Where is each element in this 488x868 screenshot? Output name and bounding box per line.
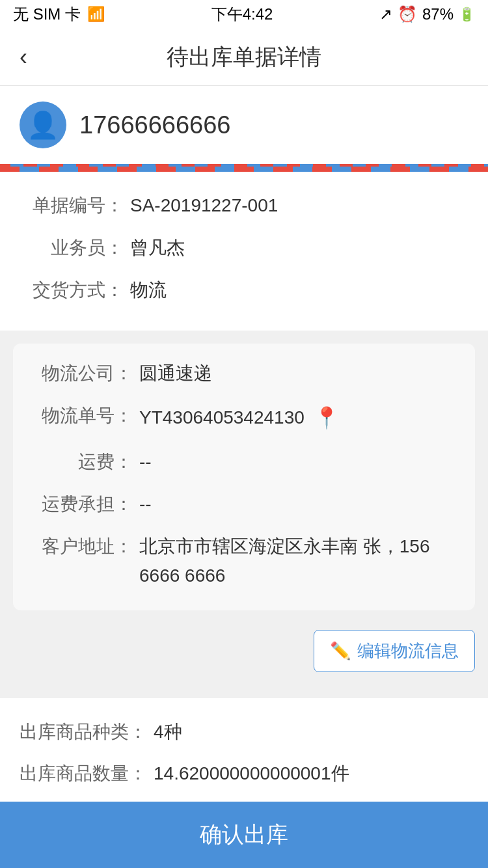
- goods-quantity-value: 14.620000000000001件: [147, 759, 468, 789]
- avatar: 👤: [20, 102, 66, 148]
- battery-text: 87%: [422, 5, 454, 23]
- logistics-card: 物流公司： 圆通速递 物流单号： YT43064053424130 📍 运费： …: [13, 344, 475, 610]
- freight-label: 运费：: [29, 448, 133, 477]
- confirm-button-label: 确认出库: [200, 822, 288, 847]
- delivery-method-value: 物流: [124, 276, 468, 305]
- dashed-divider: [0, 167, 488, 172]
- salesman-label: 业务员：: [20, 234, 124, 263]
- alarm-icon: ⏰: [398, 5, 417, 23]
- delivery-method-label: 交货方式：: [20, 276, 124, 305]
- battery-icon: 🔋: [459, 7, 475, 22]
- delivery-method-row: 交货方式： 物流: [20, 276, 468, 305]
- logistics-tracking-label: 物流单号：: [29, 401, 133, 431]
- wifi-icon: 📶: [87, 6, 105, 23]
- logistics-company-label: 物流公司：: [29, 359, 133, 388]
- freight-row: 运费： --: [29, 448, 459, 477]
- logistics-company-value: 圆通速递: [133, 359, 459, 388]
- edit-logistics-button[interactable]: ✏️ 编辑物流信息: [314, 630, 475, 672]
- carrier-text: 无 SIM 卡: [13, 4, 81, 25]
- freight-bearer-value: --: [133, 490, 459, 519]
- status-left: 无 SIM 卡 📶: [13, 4, 105, 25]
- freight-bearer-label: 运费承担：: [29, 490, 133, 519]
- location-icon: ↗: [379, 5, 392, 23]
- edit-logistics-label: 编辑物流信息: [357, 640, 459, 662]
- customer-header: 👤 17666666666: [0, 86, 488, 167]
- logistics-tracking-row: 物流单号： YT43064053424130 📍: [29, 401, 459, 435]
- freight-bearer-row: 运费承担： --: [29, 490, 459, 519]
- edit-logistics-container: ✏️ 编辑物流信息: [0, 623, 488, 685]
- page-title: 待出库单据详情: [167, 42, 321, 72]
- order-number-label: 单据编号：: [20, 191, 124, 221]
- logistics-tracking-number: YT43064053424130: [139, 403, 305, 433]
- salesman-row: 业务员： 曾凡杰: [20, 234, 468, 263]
- address-row: 客户地址： 北京市市辖区海淀区永丰南 张，156 6666 6666: [29, 532, 459, 591]
- status-right: ↗ ⏰ 87% 🔋: [379, 5, 475, 23]
- edit-icon: ✏️: [330, 641, 351, 661]
- goods-type-label: 出库商品种类：: [20, 718, 147, 747]
- customer-phone: 17666666666: [79, 111, 230, 139]
- goods-section: 出库商品种类： 4种 出库商品数量： 14.620000000000001件: [0, 698, 488, 815]
- goods-quantity-label: 出库商品数量：: [20, 759, 147, 789]
- address-value: 北京市市辖区海淀区永丰南 张，156 6666 6666: [133, 532, 459, 591]
- map-pin-icon[interactable]: 📍: [314, 401, 340, 435]
- nav-bar: ‹ 待出库单据详情: [0, 29, 488, 86]
- freight-value: --: [133, 448, 459, 477]
- logistics-company-row: 物流公司： 圆通速递: [29, 359, 459, 388]
- user-icon: 👤: [27, 110, 59, 141]
- order-number-row: 单据编号： SA-20191227-001: [20, 191, 468, 221]
- section-separator: [0, 685, 488, 698]
- logistics-tracking-value-container: YT43064053424130 📍: [133, 401, 459, 435]
- address-label: 客户地址：: [29, 532, 133, 562]
- goods-type-row: 出库商品种类： 4种: [20, 718, 468, 747]
- confirm-button[interactable]: 确认出库: [0, 802, 488, 868]
- status-time: 下午4:42: [211, 4, 273, 25]
- back-button[interactable]: ‹: [20, 46, 27, 69]
- goods-type-value: 4种: [147, 718, 468, 747]
- salesman-value: 曾凡杰: [124, 234, 468, 263]
- goods-quantity-row: 出库商品数量： 14.620000000000001件: [20, 759, 468, 789]
- order-number-value: SA-20191227-001: [124, 191, 468, 221]
- order-info-section: 单据编号： SA-20191227-001 业务员： 曾凡杰 交货方式： 物流: [0, 172, 488, 331]
- status-bar: 无 SIM 卡 📶 下午4:42 ↗ ⏰ 87% 🔋: [0, 0, 488, 29]
